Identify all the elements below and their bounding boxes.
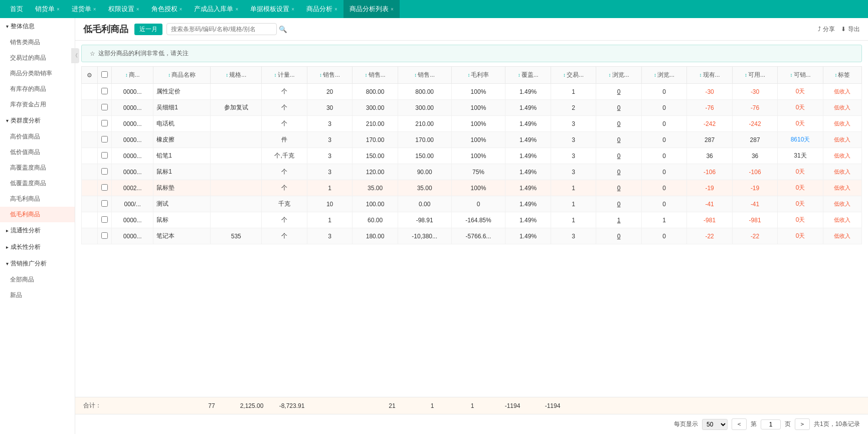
cell-settings[interactable] xyxy=(82,180,98,196)
sidebar-item-traded-goods[interactable]: 交易过的商品 xyxy=(0,50,75,66)
row-checkbox[interactable] xyxy=(101,216,108,223)
close-icon[interactable]: × xyxy=(93,7,96,12)
col-checkbox[interactable] xyxy=(98,67,112,84)
nav-item-template[interactable]: 单据模板设置 × xyxy=(244,0,300,18)
close-icon[interactable]: × xyxy=(235,7,238,12)
row-checkbox[interactable] xyxy=(101,120,108,126)
col-name[interactable]: ↕商品名称 xyxy=(153,67,211,84)
col-unit[interactable]: ↕计量... xyxy=(262,67,307,84)
sidebar-group-growth[interactable]: ▸ 成长性分析 xyxy=(0,239,75,255)
nav-item-analysis-list[interactable]: 商品分析列表 × xyxy=(343,0,400,18)
cell-view1[interactable]: 0 xyxy=(596,228,641,244)
row-checkbox[interactable] xyxy=(101,136,108,142)
cell-view1[interactable]: 0 xyxy=(596,196,641,212)
cell-settings[interactable] xyxy=(82,132,98,148)
sidebar-item-sales-goods[interactable]: 销售类商品 xyxy=(0,35,75,50)
search-input[interactable] xyxy=(166,23,277,35)
sidebar-group-marketing[interactable]: ▾ 营销推广分析 xyxy=(0,255,75,272)
sidebar-item-low-value[interactable]: 低价值商品 xyxy=(0,144,75,160)
sidebar-item-high-margin[interactable]: 高毛利商品 xyxy=(0,191,75,207)
per-page-select[interactable]: 50 100 200 xyxy=(702,419,728,430)
sidebar-item-high-coverage[interactable]: 高覆盖度商品 xyxy=(0,160,75,176)
col-sales-price[interactable]: ↕销售... xyxy=(353,67,398,84)
sidebar-item-low-margin[interactable]: 低毛利商品 xyxy=(0,207,75,222)
cell-view1[interactable]: 0 xyxy=(596,164,641,180)
period-button[interactable]: 近一月 xyxy=(134,24,162,35)
row-checkbox[interactable] xyxy=(101,168,108,175)
cell-checkbox[interactable] xyxy=(98,180,112,196)
cell-checkbox[interactable] xyxy=(98,116,112,132)
sidebar-group-circulation[interactable]: ▸ 流通性分析 xyxy=(0,222,75,239)
select-all-checkbox[interactable] xyxy=(101,71,108,78)
cell-checkbox[interactable] xyxy=(98,148,112,164)
cell-settings[interactable] xyxy=(82,212,98,228)
close-icon[interactable]: × xyxy=(391,7,394,12)
col-spec[interactable]: ↕规格... xyxy=(211,67,262,84)
sidebar-item-stock-goods[interactable]: 有库存的商品 xyxy=(0,81,75,97)
cell-view1[interactable]: 0 xyxy=(596,180,641,196)
cell-checkbox[interactable] xyxy=(98,100,112,116)
col-sales-amount[interactable]: ↕销售... xyxy=(398,67,451,84)
row-checkbox[interactable] xyxy=(101,88,108,94)
next-page-button[interactable]: ＞ xyxy=(795,418,810,430)
col-available[interactable]: ↕可用... xyxy=(732,67,777,84)
row-checkbox[interactable] xyxy=(101,200,108,207)
cell-checkbox[interactable] xyxy=(98,84,112,100)
sidebar-collapse-button[interactable]: 《 xyxy=(71,48,79,63)
prev-page-button[interactable]: ＜ xyxy=(732,418,747,430)
sidebar-item-category-rate[interactable]: 商品分类助销率 xyxy=(0,66,75,81)
cell-view1[interactable]: 0 xyxy=(596,116,641,132)
sidebar-item-new-goods[interactable]: 新品 xyxy=(0,287,75,303)
close-icon[interactable]: × xyxy=(136,7,139,12)
row-checkbox[interactable] xyxy=(101,184,108,191)
cell-checkbox[interactable] xyxy=(98,132,112,148)
cell-checkbox[interactable] xyxy=(98,164,112,180)
close-icon[interactable]: × xyxy=(334,7,337,12)
cell-settings[interactable] xyxy=(82,228,98,244)
row-checkbox[interactable] xyxy=(101,232,108,239)
cell-view1[interactable]: 1 xyxy=(596,212,641,228)
col-current-stock[interactable]: ↕现有... xyxy=(687,67,732,84)
sidebar-item-high-value[interactable]: 高价值商品 xyxy=(0,129,75,144)
search-button[interactable]: 🔍 xyxy=(279,26,287,33)
cell-settings[interactable] xyxy=(82,148,98,164)
close-icon[interactable]: × xyxy=(57,7,60,12)
cell-settings[interactable] xyxy=(82,164,98,180)
col-saleable[interactable]: ↕可销... xyxy=(778,67,823,84)
nav-item-permissions[interactable]: 权限设置 × xyxy=(102,0,145,18)
col-coverage[interactable]: ↕覆盖... xyxy=(505,67,551,84)
close-icon[interactable]: × xyxy=(291,7,294,12)
col-transaction[interactable]: ↕交易... xyxy=(551,67,596,84)
nav-item-home[interactable]: 首页 xyxy=(4,0,29,18)
cell-settings[interactable] xyxy=(82,84,98,100)
cell-checkbox[interactable] xyxy=(98,212,112,228)
nav-item-analysis[interactable]: 商品分析 × xyxy=(300,0,343,18)
page-input[interactable] xyxy=(761,419,781,429)
sidebar-item-capital[interactable]: 库存资金占用 xyxy=(0,97,75,112)
cell-view1[interactable]: 0 xyxy=(596,132,641,148)
nav-item-roles[interactable]: 角色授权 × xyxy=(145,0,189,18)
cell-settings[interactable] xyxy=(82,196,98,212)
export-button[interactable]: ⬇ 导出 xyxy=(841,25,860,34)
col-code[interactable]: ↕商... xyxy=(112,67,153,84)
col-view2[interactable]: ↕浏览... xyxy=(641,67,686,84)
close-icon[interactable]: × xyxy=(180,7,183,12)
col-gross-margin[interactable]: ↕毛利率 xyxy=(451,67,505,84)
col-tag[interactable]: ↕标签 xyxy=(823,67,861,84)
nav-item-sales[interactable]: 销货单 × xyxy=(29,0,66,18)
nav-item-purchase[interactable]: 进货单 × xyxy=(66,0,102,18)
nav-item-product-entry[interactable]: 产成品入库单 × xyxy=(188,0,244,18)
sidebar-group-overall[interactable]: ▾ 整体信息 xyxy=(0,18,75,35)
sidebar-item-all-goods[interactable]: 全部商品 xyxy=(0,272,75,287)
cell-checkbox[interactable] xyxy=(98,196,112,212)
row-checkbox[interactable] xyxy=(101,104,108,110)
sidebar-item-low-coverage[interactable]: 低覆盖度商品 xyxy=(0,176,75,191)
row-checkbox[interactable] xyxy=(101,152,108,159)
cell-view1[interactable]: 0 xyxy=(596,100,641,116)
col-settings[interactable]: ⚙ xyxy=(82,67,98,84)
share-button[interactable]: ⤴ 分享 xyxy=(818,25,835,34)
cell-settings[interactable] xyxy=(82,100,98,116)
col-view1[interactable]: ↕浏览... xyxy=(596,67,641,84)
sidebar-group-cluster[interactable]: ▾ 类群度分析 xyxy=(0,112,75,129)
cell-checkbox[interactable] xyxy=(98,228,112,244)
